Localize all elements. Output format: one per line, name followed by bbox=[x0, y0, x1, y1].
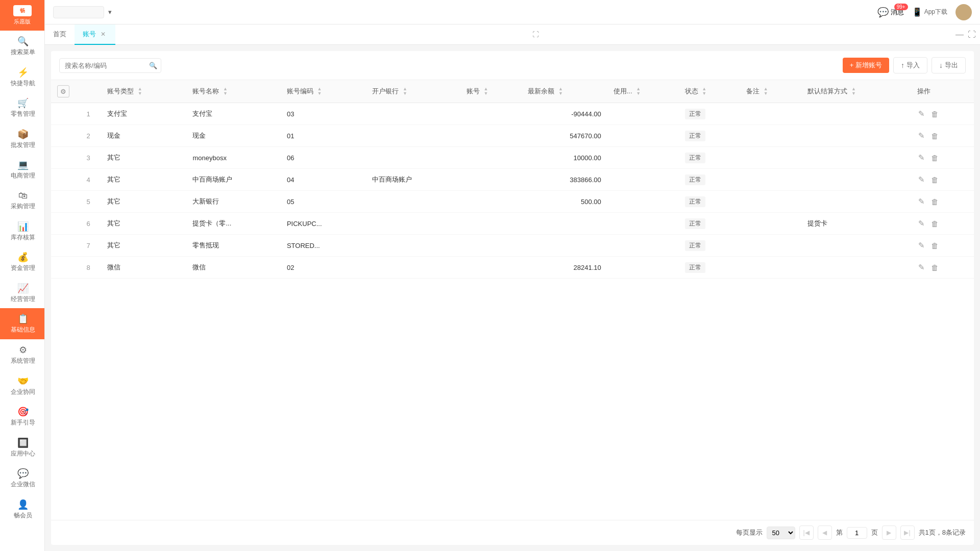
tab-home[interactable]: 首页 bbox=[45, 24, 75, 45]
finance-icon: 💰 bbox=[17, 252, 29, 263]
sort-type: ▲▼ bbox=[138, 87, 142, 96]
col-action: 操作 bbox=[911, 80, 974, 103]
delete-icon[interactable]: 🗑 bbox=[930, 262, 940, 273]
sidebar-item-shortcut[interactable]: ⚡ 快捷导航 bbox=[0, 62, 44, 93]
col-bank[interactable]: 开户银行 ▲▼ bbox=[366, 80, 460, 103]
search-icon[interactable]: 🔍 bbox=[149, 62, 157, 69]
sidebar-item-label-finance: 资金管理 bbox=[11, 264, 35, 272]
tab-account-close[interactable]: ✕ bbox=[99, 30, 107, 38]
first-page-button[interactable]: |◀ bbox=[799, 525, 814, 540]
search-input[interactable] bbox=[59, 58, 161, 73]
edit-icon[interactable]: ✎ bbox=[917, 240, 926, 251]
sidebar-item-enterprise_wechat[interactable]: 💬 企业微信 bbox=[0, 463, 44, 494]
toolbar-left: 🔍 bbox=[59, 58, 161, 73]
tab-account-label: 账号 bbox=[83, 30, 96, 39]
table-body: 1 支付宝 支付宝 03 -90444.00 正常 ✎ 🗑 2 现金 现金 01… bbox=[51, 103, 974, 279]
row-status: 正常 bbox=[679, 257, 740, 279]
row-settings-cell bbox=[51, 257, 76, 279]
row-default-settlement bbox=[801, 235, 911, 257]
tab-minimize-icon[interactable]: — bbox=[955, 30, 964, 39]
sidebar-item-label-inventory: 库存核算 bbox=[11, 234, 35, 242]
delete-icon[interactable]: 🗑 bbox=[930, 218, 940, 229]
prev-page-button[interactable]: ◀ bbox=[818, 525, 832, 540]
delete-icon[interactable]: 🗑 bbox=[930, 240, 940, 251]
sidebar-item-search[interactable]: 🔍 搜索菜单 bbox=[0, 31, 44, 62]
add-account-button[interactable]: + 新增账号 bbox=[843, 58, 889, 73]
delete-icon[interactable]: 🗑 bbox=[930, 131, 940, 141]
row-bank bbox=[366, 257, 460, 279]
sidebar-item-inventory[interactable]: 📊 库存核算 bbox=[0, 216, 44, 247]
col-name[interactable]: 账号名称 ▲▼ bbox=[186, 80, 281, 103]
import-button[interactable]: ↑ 导入 bbox=[893, 57, 927, 73]
row-default-settlement bbox=[801, 169, 911, 191]
row-account bbox=[460, 213, 522, 235]
page-size-label: 每页显示 bbox=[736, 528, 763, 537]
sidebar-item-ecommerce[interactable]: 💻 电商管理 bbox=[0, 154, 44, 185]
app-download-button[interactable]: 📱 App下载 bbox=[912, 7, 947, 17]
edit-icon[interactable]: ✎ bbox=[917, 262, 926, 273]
column-settings-icon[interactable]: ⚙ bbox=[57, 85, 69, 97]
app_center-icon: 🔲 bbox=[17, 437, 29, 448]
sidebar-item-finance[interactable]: 💰 资金管理 bbox=[0, 246, 44, 278]
row-balance: 28241.10 bbox=[522, 257, 607, 279]
header-search-input[interactable] bbox=[53, 6, 104, 18]
edit-icon[interactable]: ✎ bbox=[917, 108, 926, 119]
sidebar-item-label-wholesale: 批发管理 bbox=[11, 141, 35, 149]
col-usage[interactable]: 使用... ▲▼ bbox=[607, 80, 679, 103]
sidebar-item-system[interactable]: ⚙ 系统管理 bbox=[0, 339, 44, 370]
edit-icon[interactable]: ✎ bbox=[917, 152, 926, 163]
delete-icon[interactable]: 🗑 bbox=[930, 196, 940, 207]
sidebar-item-retail[interactable]: 🛒 零售管理 bbox=[0, 92, 44, 123]
export-button[interactable]: ↓ 导出 bbox=[932, 57, 966, 73]
sidebar-item-operations[interactable]: 📈 经营管理 bbox=[0, 278, 44, 309]
row-actions: ✎ 🗑 bbox=[911, 235, 974, 257]
sidebar-item-app_center[interactable]: 🔲 应用中心 bbox=[0, 432, 44, 463]
status-badge: 正常 bbox=[685, 262, 705, 273]
row-actions: ✎ 🗑 bbox=[911, 125, 974, 147]
sidebar-item-guide[interactable]: 🎯 新手引导 bbox=[0, 401, 44, 432]
sidebar-item-purchase[interactable]: 🛍 采购管理 bbox=[0, 185, 44, 216]
col-balance[interactable]: 最新余额 ▲▼ bbox=[522, 80, 607, 103]
page-size-select[interactable]: 50 100 200 bbox=[767, 527, 795, 539]
delete-icon[interactable]: 🗑 bbox=[930, 109, 940, 119]
user-avatar[interactable] bbox=[955, 4, 972, 20]
col-remark[interactable]: 备注 ▲▼ bbox=[740, 80, 801, 103]
delete-icon[interactable]: 🗑 bbox=[930, 153, 940, 163]
add-account-label: + 新增账号 bbox=[850, 61, 882, 70]
last-page-button[interactable]: ▶| bbox=[900, 525, 915, 540]
header-right: 💬 消息 99+ 📱 App下载 bbox=[877, 4, 972, 20]
row-actions: ✎ 🗑 bbox=[911, 191, 974, 213]
delete-icon[interactable]: 🗑 bbox=[930, 174, 940, 185]
edit-icon[interactable]: ✎ bbox=[917, 218, 926, 229]
tab-account[interactable]: 账号 ✕ bbox=[75, 24, 115, 45]
sort-account: ▲▼ bbox=[484, 87, 488, 96]
tab-maximize-icon[interactable]: ⛶ bbox=[968, 30, 976, 39]
edit-icon[interactable]: ✎ bbox=[917, 130, 926, 141]
sidebar-item-basic[interactable]: 📋 基础信息 bbox=[0, 308, 44, 339]
sidebar-item-agreement[interactable]: 🤝 企业协同 bbox=[0, 370, 44, 402]
col-type[interactable]: 账号类型 ▲▼ bbox=[101, 80, 186, 103]
tab-expand-button[interactable]: ⛶ bbox=[526, 31, 545, 38]
row-account bbox=[460, 169, 522, 191]
col-status[interactable]: 状态 ▲▼ bbox=[679, 80, 740, 103]
sidebar-nav: 🔍 搜索菜单⚡ 快捷导航🛒 零售管理📦 批发管理💻 电商管理🛍 采购管理📊 库存… bbox=[0, 31, 44, 551]
row-bank bbox=[366, 147, 460, 169]
col-default-settlement[interactable]: 默认结算方式 ▲▼ bbox=[801, 80, 911, 103]
row-usage bbox=[607, 235, 679, 257]
page-input[interactable] bbox=[847, 527, 867, 539]
sidebar-item-member[interactable]: 👤 畅会员 bbox=[0, 494, 44, 525]
message-button[interactable]: 💬 消息 99+ bbox=[877, 7, 904, 18]
sidebar-item-wholesale[interactable]: 📦 批发管理 bbox=[0, 123, 44, 155]
edit-icon[interactable]: ✎ bbox=[917, 196, 926, 207]
row-remark bbox=[740, 103, 801, 125]
edit-icon[interactable]: ✎ bbox=[917, 174, 926, 185]
col-settings[interactable]: ⚙ bbox=[51, 80, 76, 103]
row-account bbox=[460, 257, 522, 279]
col-code[interactable]: 账号编码 ▲▼ bbox=[281, 80, 366, 103]
header-dropdown[interactable]: ▾ bbox=[108, 8, 112, 16]
row-account bbox=[460, 147, 522, 169]
status-badge: 正常 bbox=[685, 109, 705, 119]
col-account[interactable]: 账号 ▲▼ bbox=[460, 80, 522, 103]
next-page-button[interactable]: ▶ bbox=[882, 525, 896, 540]
sort-balance: ▲▼ bbox=[558, 87, 563, 96]
